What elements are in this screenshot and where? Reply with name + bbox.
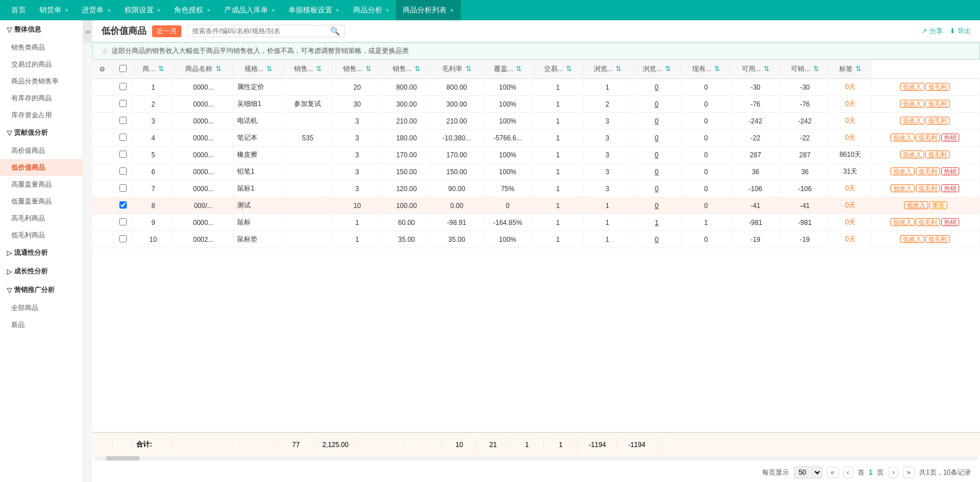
sidebar-item-stock-capital[interactable]: 库存资金占用 <box>0 107 83 123</box>
browse1-link[interactable]: 0 <box>655 202 659 210</box>
next-page-button[interactable]: › <box>888 467 898 478</box>
row-checkbox[interactable] <box>113 214 133 231</box>
row-browse1[interactable]: 0 <box>632 180 681 197</box>
nav-product-analysis[interactable]: 商品分析 × <box>346 0 396 20</box>
checkbox-column-header[interactable] <box>113 60 133 79</box>
export-button[interactable]: ⬇ 导出 <box>950 26 971 36</box>
code-column-header[interactable]: 商... ⇅ <box>133 60 173 79</box>
row-gear[interactable] <box>92 147 113 163</box>
row-checkbox[interactable] <box>113 231 133 248</box>
sidebar-item-high-profit[interactable]: 高毛利商品 <box>0 210 83 227</box>
name-column-header[interactable]: 商品名称 ⇅ <box>173 60 233 79</box>
sellable-column-header[interactable]: 可销... ⇅ <box>780 60 830 79</box>
current-stock-column-header[interactable]: 现有... ⇅ <box>681 60 731 79</box>
sidebar-item-low-value[interactable]: 低价值商品 <box>0 159 83 176</box>
row-browse1[interactable]: 0 <box>632 130 681 147</box>
close-product-analysis[interactable]: × <box>386 7 389 14</box>
sidebar-item-new-products[interactable]: 新品 <box>0 316 83 333</box>
row-select-checkbox[interactable] <box>119 201 127 209</box>
row-select-checkbox[interactable] <box>119 100 127 107</box>
sidebar-item-high-coverage[interactable]: 高覆盖量商品 <box>0 176 83 193</box>
browse2-column-header[interactable]: 浏览... ⇅ <box>632 60 681 79</box>
nav-template-settings[interactable]: 单据模板设置 × <box>282 0 346 20</box>
sidebar-section-contribution[interactable]: ▽ 贡献值分析 <box>0 123 83 142</box>
sales-amount-column-header[interactable]: 销售... ⇅ <box>332 60 382 79</box>
close-sales-order[interactable]: × <box>65 7 68 14</box>
sales-avg-column-header[interactable]: 销售... ⇅ <box>382 60 431 79</box>
row-gear[interactable] <box>92 197 113 214</box>
transaction-column-header[interactable]: 交易... ⇅ <box>533 60 583 79</box>
browse1-link[interactable]: 0 <box>655 117 659 125</box>
row-checkbox[interactable] <box>113 197 133 214</box>
browse1-link[interactable]: 0 <box>655 83 659 91</box>
row-select-checkbox[interactable] <box>119 117 127 124</box>
nav-role-auth[interactable]: 角色授权 × <box>167 0 217 20</box>
close-product-analysis-list[interactable]: × <box>450 7 453 14</box>
browse1-link[interactable]: 0 <box>655 100 659 108</box>
row-browse1[interactable]: 0 <box>632 163 681 180</box>
first-page-button[interactable]: « <box>827 467 839 478</box>
row-gear[interactable] <box>92 130 113 147</box>
sidebar-item-high-value[interactable]: 高价值商品 <box>0 142 83 159</box>
sidebar-item-low-coverage[interactable]: 低覆盖量商品 <box>0 193 83 210</box>
row-browse1[interactable]: 0 <box>632 79 681 96</box>
row-browse1[interactable]: 0 <box>632 113 681 130</box>
row-checkbox[interactable] <box>113 147 133 163</box>
close-template-settings[interactable]: × <box>336 7 339 14</box>
sidebar-item-traded-products[interactable]: 交易过的商品 <box>0 56 83 73</box>
sidebar-section-overall[interactable]: ▽ 整体信息 <box>0 20 83 39</box>
nav-sales-order[interactable]: 销货单 × <box>33 0 75 20</box>
select-all-checkbox[interactable] <box>119 65 127 72</box>
browse1-link[interactable]: 0 <box>655 151 659 159</box>
row-select-checkbox[interactable] <box>119 151 127 158</box>
browse1-link[interactable]: 1 <box>655 219 659 227</box>
page-size-select[interactable]: 50 100 200 <box>794 466 822 479</box>
sidebar-collapse-button[interactable]: ≪ <box>83 20 92 43</box>
row-checkbox[interactable] <box>113 180 133 197</box>
row-gear[interactable] <box>92 214 113 231</box>
sidebar-item-all-products[interactable]: 全部商品 <box>0 299 83 316</box>
browse1-link[interactable]: 0 <box>655 185 659 193</box>
row-gear[interactable] <box>92 96 113 113</box>
row-checkbox[interactable] <box>113 130 133 147</box>
row-select-checkbox[interactable] <box>119 235 127 242</box>
sidebar-section-marketing[interactable]: ▽ 营销推广分析 <box>0 281 83 299</box>
spec-column-header[interactable]: 规格... ⇅ <box>234 60 283 79</box>
row-browse1[interactable]: 0 <box>632 231 681 248</box>
browse1-column-header[interactable]: 浏览... ⇅ <box>582 60 632 79</box>
row-gear[interactable] <box>92 113 113 130</box>
browse1-link[interactable]: 0 <box>655 236 659 244</box>
close-permissions[interactable]: × <box>157 7 161 14</box>
sidebar-item-low-profit[interactable]: 低毛利商品 <box>0 227 83 244</box>
row-browse1[interactable]: 1 <box>632 214 681 231</box>
horizontal-scrollbar[interactable] <box>95 456 978 461</box>
row-select-checkbox[interactable] <box>119 167 127 175</box>
share-button[interactable]: ↗ 分享 <box>921 26 943 36</box>
nav-permissions[interactable]: 权限设置 × <box>118 0 167 20</box>
row-browse1[interactable]: 0 <box>632 197 681 214</box>
close-purchase-order[interactable]: × <box>107 7 110 14</box>
coverage-column-header[interactable]: 覆盖... ⇅ <box>482 60 533 79</box>
sidebar-item-category-sales-rate[interactable]: 商品分类销售率 <box>0 73 83 90</box>
sidebar-item-sales-products[interactable]: 销售类商品 <box>0 39 83 56</box>
close-product-storage[interactable]: × <box>271 7 275 14</box>
sidebar-section-circulation[interactable]: ▷ 流通性分析 <box>0 244 83 262</box>
nav-home[interactable]: 首页 <box>5 0 33 20</box>
row-gear[interactable] <box>92 79 113 96</box>
row-checkbox[interactable] <box>113 113 133 130</box>
row-checkbox[interactable] <box>113 79 133 96</box>
row-select-checkbox[interactable] <box>119 218 127 225</box>
row-gear[interactable] <box>92 231 113 248</box>
row-select-checkbox[interactable] <box>119 184 127 192</box>
nav-product-storage[interactable]: 产成品入库单 × <box>217 0 282 20</box>
sidebar-item-stocked-products[interactable]: 有库存的商品 <box>0 90 83 107</box>
tags-column-header[interactable]: 标签 ⇅ <box>830 60 871 79</box>
browse1-link[interactable]: 0 <box>655 168 659 176</box>
browse1-link[interactable]: 0 <box>655 134 659 142</box>
row-browse1[interactable]: 0 <box>632 147 681 163</box>
close-role-auth[interactable]: × <box>207 7 210 14</box>
gear-column-header[interactable]: ⚙ <box>92 60 113 79</box>
row-select-checkbox[interactable] <box>119 134 127 141</box>
profit-rate-column-header[interactable]: 毛利率 ⇅ <box>431 60 483 79</box>
row-browse1[interactable]: 0 <box>632 96 681 113</box>
